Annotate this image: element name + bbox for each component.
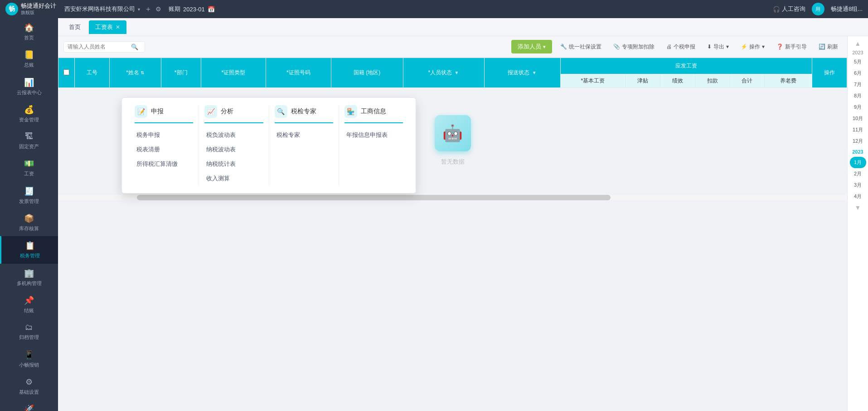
filter-person-icon[interactable]: ▼ <box>455 70 459 75</box>
timeline-month-mar[interactable]: 3月 <box>850 179 866 191</box>
dropdown-item-tax-wave[interactable]: 税负波动表 <box>204 128 263 142</box>
sidebar-item-fund[interactable]: 💰 资金管理 <box>0 100 58 127</box>
export-button[interactable]: ⬇ 导出 ▾ <box>703 41 732 53</box>
main-inner: 🔍 添加人员 ▾ 🔧 统一社保设置 📎 专项附加扣除 <box>58 36 847 411</box>
logo-icon: 畅 <box>5 3 18 15</box>
dropdown-item-tax-form[interactable]: 税表清册 <box>135 142 193 157</box>
dropdown-item-annual-report[interactable]: 年报信息申报表 <box>344 128 403 142</box>
social-insurance-label: 统一社保设置 <box>569 43 601 51</box>
fund-icon: 💰 <box>24 105 34 115</box>
sidebar-item-home[interactable]: 🏠 首页 <box>0 18 58 45</box>
timeline-month-jun[interactable]: 6月 <box>850 68 866 79</box>
tax-declare-button[interactable]: 🖨 个税申报 <box>663 41 699 53</box>
app-name: 畅捷通好会计 <box>21 2 56 10</box>
tab-salary[interactable]: 工资表 ✕ <box>89 20 126 34</box>
dropdown-item-income-calc[interactable]: 收入测算 <box>204 171 263 186</box>
tab-close-icon[interactable]: ✕ <box>116 24 120 30</box>
sidebar-item-xiaochang[interactable]: 📱 小畅报销 <box>0 345 58 372</box>
dropdown-item-tax-stat[interactable]: 纳税统计表 <box>204 157 263 171</box>
logo: 畅 畅捷通好会计 旗舰版 <box>5 2 60 16</box>
timeline-month-jul[interactable]: 7月 <box>850 79 866 90</box>
sidebar-item-basic[interactable]: ⚙ 基础设置 <box>0 372 58 400</box>
checkbox-all[interactable] <box>63 69 69 75</box>
headset-icon: 🎧 <box>773 6 780 13</box>
sidebar-item-ledger[interactable]: 📒 总账 <box>0 45 58 73</box>
sidebar-item-invoice[interactable]: 🧾 发票管理 <box>0 182 58 209</box>
section-expert-header: 🔍 税检专家 <box>275 105 333 123</box>
special-deduct-button[interactable]: 📎 专项附加扣除 <box>610 41 658 53</box>
fixed-icon: 🏗 <box>25 132 33 141</box>
sidebar-item-archive[interactable]: 🗂 归档管理 <box>0 318 58 345</box>
dropdown-section-biz: 🏪 工商信息 年报信息申报表 <box>339 105 408 186</box>
refresh-button[interactable]: 🔄 刷新 <box>815 41 842 53</box>
tax-declare-label: 个税申报 <box>674 43 695 51</box>
timeline-month-feb[interactable]: 2月 <box>850 168 866 179</box>
social-insurance-button[interactable]: 🔧 统一社保设置 <box>557 41 605 53</box>
timeline-month-jan[interactable]: 1月 <box>850 157 866 168</box>
add-button[interactable]: ＋ <box>145 5 152 14</box>
timeline-up-arrow[interactable]: ▲ <box>853 38 863 49</box>
period-label: 账期 <box>169 5 180 13</box>
analysis-icon: 📈 <box>204 105 217 118</box>
horizontal-scrollbar[interactable] <box>58 195 847 200</box>
company-selector[interactable]: 西安虾米网络科技有限公司 ▾ <box>64 5 140 13</box>
main-layout: 🏠 首页 📒 总账 📊 云报表中心 💰 资金管理 🏗 固定资产 💵 工资 🧾 发… <box>0 18 868 411</box>
timeline-month-apr[interactable]: 4月 <box>850 191 866 202</box>
sidebar-item-salary[interactable]: 💵 工资 <box>0 154 58 181</box>
timeline-month-aug[interactable]: 8月 <box>850 90 866 102</box>
sidebar-item-guide[interactable]: 🚀 新手引导 <box>0 400 58 411</box>
col-person-status[interactable]: *人员状态 ▼ <box>403 58 484 88</box>
service-button[interactable]: 🎧 人工咨询 <box>773 5 805 13</box>
biz-icon: 🏪 <box>344 105 357 118</box>
dropdown-item-tax-declare[interactable]: 税务申报 <box>135 128 193 142</box>
top-bar-right: 🎧 人工咨询 用 畅捷通8组... <box>773 3 863 15</box>
empty-robot-icon: 🤖 <box>435 115 471 151</box>
col-dept: *部门 <box>161 58 201 88</box>
new-guide-button[interactable]: ❓ 新手引导 <box>773 41 810 53</box>
search-icon[interactable]: 🔍 <box>131 44 138 50</box>
add-person-button[interactable]: 添加人员 ▾ <box>511 40 552 53</box>
filter-report-icon[interactable]: ▼ <box>532 70 537 75</box>
sidebar-item-close[interactable]: 📌 结账 <box>0 291 58 318</box>
guide-icon: 🚀 <box>24 404 34 411</box>
export-caret-icon: ▾ <box>726 44 729 50</box>
page-content: 🔍 添加人员 ▾ 🔧 统一社保设置 📎 专项附加扣除 <box>58 36 868 411</box>
dropdown-item-tax-pay-wave[interactable]: 纳税波动表 <box>204 142 263 157</box>
special-deduct-label: 专项附加扣除 <box>622 43 655 51</box>
sidebar-item-tax[interactable]: 📋 税务管理 <box>0 236 58 263</box>
tab-salary-label: 工资表 <box>95 23 113 31</box>
settings-icon[interactable]: ⚙ <box>155 5 161 13</box>
timeline-month-sep[interactable]: 9月 <box>850 102 866 113</box>
search-wrap: 🔍 <box>63 41 145 53</box>
col-report-status[interactable]: 报送状态 ▼ <box>484 58 560 88</box>
search-input[interactable] <box>68 44 131 50</box>
period-selector[interactable]: 账期 2023-01 📅 <box>169 5 215 13</box>
period-value: 2023-01 <box>183 6 205 13</box>
col-operate: 操作 <box>812 58 847 88</box>
sidebar: 🏠 首页 📒 总账 📊 云报表中心 💰 资金管理 🏗 固定资产 💵 工资 🧾 发… <box>0 18 58 411</box>
col-performance: 绩效 <box>660 74 695 88</box>
timeline-month-may[interactable]: 5月 <box>850 56 866 68</box>
timeline-month-dec[interactable]: 12月 <box>850 135 866 147</box>
operate-button[interactable]: ⚡ 操作 ▾ <box>737 41 768 53</box>
sidebar-item-inventory[interactable]: 📦 库存核算 <box>0 209 58 236</box>
sort-icon[interactable]: ⇅ <box>141 70 144 75</box>
timeline-down-arrow[interactable]: ▼ <box>853 202 863 213</box>
tax-dropdown-menu: 📝 申报 税务申报 税表清册 所得税汇算清缴 <box>121 97 416 193</box>
timeline-month-oct[interactable]: 10月 <box>850 113 866 124</box>
select-all-checkbox[interactable] <box>58 58 75 88</box>
timeline-month-nov[interactable]: 11月 <box>850 124 866 135</box>
calendar-icon: 📅 <box>208 6 215 13</box>
company-name: 西安虾米网络科技有限公司 <box>64 5 135 13</box>
col-salary-group: 应发工资 <box>560 58 812 74</box>
sidebar-item-fixed[interactable]: 🏗 固定资产 <box>0 127 58 154</box>
col-pension: 养老费 <box>765 74 812 88</box>
dropdown-item-income-settle[interactable]: 所得税汇算清缴 <box>135 157 193 171</box>
tab-home[interactable]: 首页 <box>63 20 87 34</box>
new-guide-label: 新手引导 <box>785 43 807 51</box>
operate-icon: ⚡ <box>741 44 747 50</box>
timeline-year-label-2023: 2023 <box>850 147 866 157</box>
sidebar-item-cloud[interactable]: 📊 云报表中心 <box>0 73 58 100</box>
sidebar-item-multi[interactable]: 🏢 多机构管理 <box>0 264 58 291</box>
dropdown-item-expert[interactable]: 税检专家 <box>275 128 333 142</box>
